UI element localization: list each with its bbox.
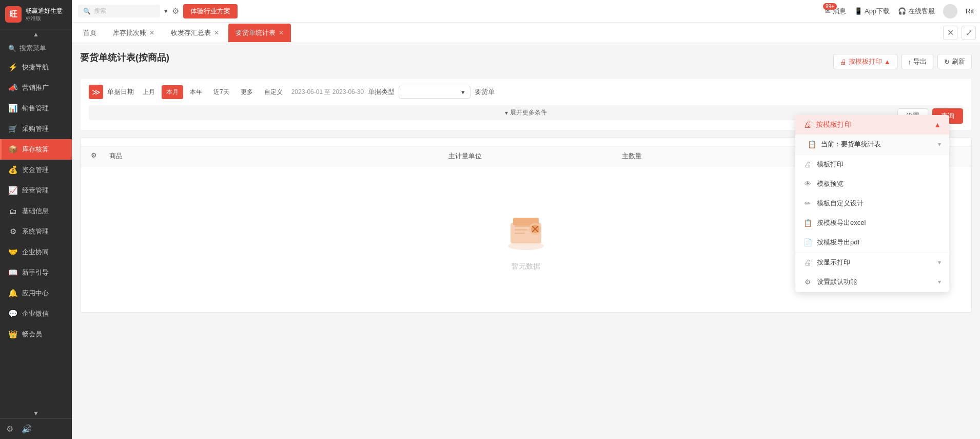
tab-inventory-batch[interactable]: 库存批次账 ✕ — [106, 24, 162, 42]
display-print-icon: 🖨 — [803, 258, 812, 266]
dropdown-item-template-print[interactable]: 🖨 模板打印 — [795, 155, 949, 174]
service-label: 在线客服 — [908, 7, 935, 16]
basic-icon: 🗂 — [8, 207, 18, 216]
filter-date-last-month[interactable]: 上月 — [138, 85, 160, 99]
dropdown-items-section: 🖨 模板打印 👁 模板预览 ✏ 模板自定义设计 📋 按模板导出excel 📄 — [795, 155, 949, 253]
dropdown-close-chevron[interactable]: ▲ — [934, 121, 941, 129]
sidebar-item-inventory[interactable]: 📦 库存核算 — [0, 139, 72, 160]
sidebar-item-sales[interactable]: 📊 销售管理 — [0, 98, 72, 119]
sales-label: 销售管理 — [22, 104, 49, 113]
topbar-search-placeholder: 搜索 — [94, 7, 106, 15]
topbar-dropdown[interactable]: ▾ — [164, 7, 168, 15]
logo-icon: 旺 — [5, 6, 22, 23]
tab-close-window[interactable]: ✕ — [943, 26, 957, 40]
current-template-chevron: ▾ — [938, 141, 941, 148]
refresh-button[interactable]: ↻ 刷新 — [937, 54, 972, 69]
sidebar: 旺 畅赢通好生意 标准版 ▲ 🔍 搜索菜单 ⚡ 快捷导航 📣 营销推广 📊 销售… — [0, 0, 72, 439]
tab-home-label: 首页 — [83, 28, 96, 37]
display-print-label: 按显示打印 — [817, 258, 850, 267]
quick-nav-label: 快捷导航 — [22, 63, 49, 72]
filter-date-range: 2023-06-01 至 2023-06-30 — [291, 88, 364, 97]
sidebar-item-appstore[interactable]: 🔔 应用中心 — [0, 283, 72, 303]
svg-rect-7 — [515, 225, 530, 227]
filter-date-7days[interactable]: 近7天 — [209, 85, 234, 99]
tab-inventory-batch-close[interactable]: ✕ — [149, 29, 154, 36]
filter-type-select[interactable]: ▾ — [399, 86, 471, 99]
topbar-right: ✉ 99+ 消息 📱 App下载 🎧 在线客服 Rit — [825, 4, 974, 18]
appstore-icon: 🔔 — [8, 289, 18, 298]
topbar-avatar[interactable] — [943, 4, 957, 18]
sidebar-item-marketing[interactable]: 📣 营销推广 — [0, 78, 72, 98]
set-default-label-group: ⚙ 设置默认功能 — [803, 277, 857, 287]
tab-home[interactable]: 首页 — [76, 24, 104, 42]
marketing-label: 营销推广 — [22, 83, 49, 92]
template-design-icon: ✏ — [803, 199, 812, 207]
topbar-messages[interactable]: ✉ 99+ 消息 — [825, 7, 846, 16]
col-settings[interactable]: ⚙ — [87, 146, 105, 166]
current-template-icon: 📋 — [808, 140, 816, 148]
dropdown-item-template-pdf[interactable]: 📄 按模板导出pdf — [795, 233, 949, 252]
col-unit: 主计量单位 — [444, 146, 618, 166]
operations-icon: 📈 — [8, 186, 18, 195]
dropdown-title: 按模板打印 — [816, 120, 852, 129]
sidebar-item-operations[interactable]: 📈 经营管理 — [0, 180, 72, 201]
tab-receipt-summary[interactable]: 收发存汇总表 ✕ — [164, 24, 226, 42]
sidebar-scroll-down[interactable]: ▼ — [0, 408, 72, 418]
sidebar-item-finance[interactable]: 💰 资金管理 — [0, 160, 72, 180]
sound-icon[interactable]: 🔊 — [22, 424, 32, 434]
sidebar-item-system[interactable]: ⚙ 系统管理 — [0, 221, 72, 242]
service-icon: 🎧 — [898, 7, 906, 15]
sidebar-item-basic[interactable]: 🗂 基础信息 — [0, 201, 72, 221]
dropdown-item-template-excel[interactable]: 📋 按模板导出excel — [795, 213, 949, 233]
topbar-gear-icon[interactable]: ⚙ — [172, 6, 179, 16]
sidebar-item-wechat[interactable]: 💬 企业微信 — [0, 303, 72, 324]
sidebar-scroll-up[interactable]: ▲ — [0, 29, 72, 40]
industry-btn[interactable]: 体验行业方案 — [183, 4, 238, 18]
filter-date-custom[interactable]: 自定义 — [260, 85, 287, 99]
sidebar-search[interactable]: 🔍 搜索菜单 — [0, 40, 72, 57]
filter-date-this-month[interactable]: 本月 — [162, 85, 183, 99]
topbar-app-download[interactable]: 📱 App下载 — [854, 7, 890, 16]
main-area: 🔍 搜索 ▾ ⚙ 体验行业方案 ✉ 99+ 消息 📱 App下载 🎧 在线客服 — [72, 0, 980, 439]
sidebar-logo: 旺 畅赢通好生意 标准版 — [0, 0, 72, 29]
filter-date-label: 单据日期 — [107, 87, 134, 97]
logo-badge: 标准版 — [26, 15, 63, 22]
search-icon: 🔍 — [8, 45, 16, 52]
export-button[interactable]: ↑ 导出 — [901, 54, 934, 69]
print-label: 按模板打印 — [849, 57, 882, 66]
sidebar-item-quick-nav[interactable]: ⚡ 快捷导航 — [0, 57, 72, 78]
sidebar-item-purchase[interactable]: 🛒 采购管理 — [0, 119, 72, 139]
svg-rect-9 — [515, 233, 525, 234]
sidebar-item-membership[interactable]: 👑 畅会员 — [0, 324, 72, 345]
template-preview-label: 模板预览 — [817, 179, 941, 188]
dropdown-current-template[interactable]: 📋 当前：要货单统计表 ▾ — [795, 135, 949, 154]
sidebar-item-guide[interactable]: 📖 新手引导 — [0, 262, 72, 283]
filter-date-this-year[interactable]: 本年 — [185, 85, 207, 99]
template-pdf-icon: 📄 — [803, 238, 812, 246]
dropdown-display-print[interactable]: 🖨 按显示打印 ▾ — [795, 253, 949, 272]
filter-expand-btn[interactable]: ≫ — [89, 85, 103, 99]
topbar-search[interactable]: 🔍 搜索 — [78, 5, 160, 17]
tab-maximize[interactable]: ⤢ — [962, 26, 976, 40]
finance-label: 资金管理 — [22, 165, 49, 175]
dropdown-current-section: 📋 当前：要货单统计表 ▾ — [795, 135, 949, 155]
settings-icon[interactable]: ⚙ — [6, 424, 13, 434]
topbar-online-service[interactable]: 🎧 在线客服 — [898, 7, 935, 16]
message-count: 99+ — [823, 3, 837, 10]
tab-requisition-stats[interactable]: 要货单统计表 ✕ — [228, 24, 291, 42]
inventory-label: 库存核算 — [22, 145, 49, 154]
topbar-username: Rit — [966, 7, 974, 15]
wechat-label: 企业微信 — [22, 309, 49, 318]
sales-icon: 📊 — [8, 104, 18, 113]
print-button[interactable]: 🖨 按模板打印 ▲ — [833, 54, 897, 69]
tab-inventory-batch-label: 库存批次账 — [113, 28, 146, 37]
tab-requisition-stats-label: 要货单统计表 — [236, 28, 276, 37]
dropdown-item-template-preview[interactable]: 👁 模板预览 — [795, 174, 949, 194]
tab-requisition-stats-close[interactable]: ✕ — [279, 29, 284, 36]
dropdown-item-template-design[interactable]: ✏ 模板自定义设计 — [795, 194, 949, 213]
tab-receipt-summary-close[interactable]: ✕ — [214, 29, 219, 36]
topbar-dropdown-chevron: ▾ — [164, 7, 168, 15]
dropdown-set-default[interactable]: ⚙ 设置默认功能 ▾ — [795, 272, 949, 292]
filter-date-more[interactable]: 更多 — [236, 85, 258, 99]
sidebar-item-collaboration[interactable]: 🤝 企业协同 — [0, 242, 72, 262]
